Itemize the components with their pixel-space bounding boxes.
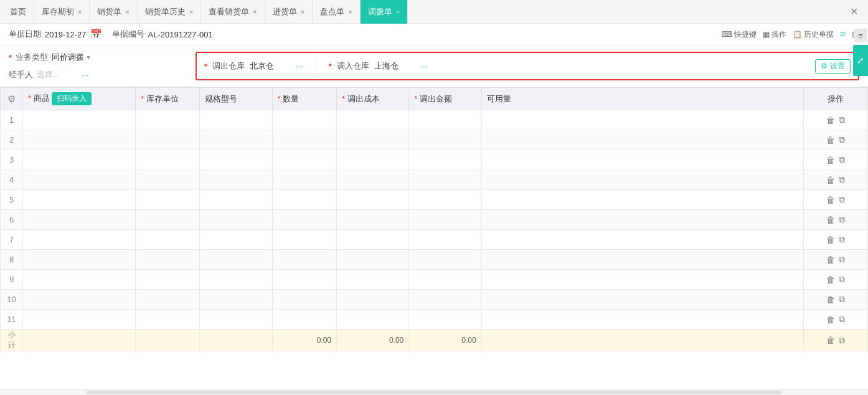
delete-icon[interactable]: 🗑 [826, 315, 835, 325]
row-amount[interactable] [409, 290, 481, 310]
row-unit[interactable] [135, 230, 199, 250]
row-available[interactable] [481, 130, 803, 150]
row-unit[interactable] [135, 190, 199, 210]
tab-inventory-check[interactable]: 盘点单 × [313, 0, 360, 24]
row-amount[interactable] [409, 170, 481, 190]
row-spec[interactable] [200, 210, 272, 230]
row-qty[interactable] [272, 290, 336, 310]
tab-inventory-init[interactable]: 库存期初 × [34, 0, 90, 24]
row-spec[interactable] [200, 130, 272, 150]
row-product[interactable] [23, 250, 136, 270]
copy-icon[interactable]: ⧉ [839, 194, 845, 205]
row-available[interactable] [481, 170, 803, 190]
delete-icon[interactable]: 🗑 [826, 215, 835, 225]
delete-icon[interactable]: 🗑 [826, 235, 835, 245]
row-unit[interactable] [135, 130, 199, 150]
row-available[interactable] [481, 290, 803, 310]
row-unit[interactable] [135, 210, 199, 230]
row-unit[interactable] [135, 150, 199, 170]
delete-icon[interactable]: 🗑 [826, 295, 835, 305]
row-product[interactable] [23, 170, 136, 190]
tab-inventory-check-close[interactable]: × [348, 8, 352, 16]
tab-sales-order[interactable]: 销货单 × [90, 0, 137, 24]
row-spec[interactable] [200, 290, 272, 310]
tab-view-sales-close[interactable]: × [253, 8, 257, 16]
tab-transfer-order[interactable]: 调拨单 × [361, 0, 408, 24]
row-spec[interactable] [200, 230, 272, 250]
row-amount[interactable] [409, 110, 481, 130]
row-qty[interactable] [272, 250, 336, 270]
row-spec[interactable] [200, 250, 272, 270]
row-amount[interactable] [409, 270, 481, 290]
row-cost[interactable] [336, 310, 408, 330]
transfer-in-more-icon[interactable]: ··· [420, 61, 428, 71]
copy-icon[interactable]: ⧉ [839, 214, 845, 225]
row-cost[interactable] [336, 290, 408, 310]
row-cost[interactable] [336, 210, 408, 230]
row-amount[interactable] [409, 130, 481, 150]
delete-icon[interactable]: 🗑 [826, 155, 835, 165]
row-qty[interactable] [272, 110, 336, 130]
row-amount[interactable] [409, 150, 481, 170]
row-available[interactable] [481, 150, 803, 170]
row-available[interactable] [481, 230, 803, 250]
tab-inventory-init-close[interactable]: × [78, 8, 82, 16]
row-qty[interactable] [272, 190, 336, 210]
row-qty[interactable] [272, 170, 336, 190]
handler-placeholder[interactable]: 选择... [37, 69, 74, 80]
row-available[interactable] [481, 270, 803, 290]
row-spec[interactable] [200, 150, 272, 170]
row-product[interactable] [23, 210, 136, 230]
operations-button[interactable]: ▦ 操作 [763, 29, 786, 40]
settings-button[interactable]: ⚙ 设置 [815, 59, 851, 74]
row-spec[interactable] [200, 170, 272, 190]
row-product[interactable] [23, 130, 136, 150]
row-product[interactable] [23, 190, 136, 210]
row-qty[interactable] [272, 230, 336, 250]
copy-icon[interactable]: ⧉ [839, 254, 845, 265]
row-cost[interactable] [336, 270, 408, 290]
row-amount[interactable] [409, 230, 481, 250]
delete-icon[interactable]: 🗑 [826, 255, 835, 265]
row-available[interactable] [481, 310, 803, 330]
copy-icon[interactable]: ⧉ [839, 234, 845, 245]
copy-icon[interactable]: ⧉ [839, 314, 845, 325]
row-unit[interactable] [135, 310, 199, 330]
row-qty[interactable] [272, 130, 336, 150]
shortcuts-button[interactable]: ⌨ 快捷键 [722, 29, 757, 40]
row-spec[interactable] [200, 310, 272, 330]
tab-purchase-order[interactable]: 进货单 × [265, 0, 313, 24]
tab-purchase-order-close[interactable]: × [301, 8, 304, 16]
calendar-icon[interactable]: 📅 [90, 29, 102, 40]
row-qty[interactable] [272, 310, 336, 330]
window-close-button[interactable]: ✕ [842, 0, 866, 24]
delete-icon[interactable]: 🗑 [826, 175, 835, 185]
row-qty[interactable] [272, 210, 336, 230]
row-available[interactable] [481, 210, 803, 230]
row-available[interactable] [481, 110, 803, 130]
tab-view-sales[interactable]: 查看销货单 × [201, 0, 265, 24]
row-product[interactable] [23, 230, 136, 250]
subtotal-copy-icon[interactable]: ⧉ [839, 335, 845, 346]
copy-icon[interactable]: ⧉ [839, 115, 845, 125]
tab-sales-history-close[interactable]: × [189, 8, 193, 16]
row-amount[interactable] [409, 210, 481, 230]
tab-transfer-order-close[interactable]: × [396, 8, 400, 16]
business-type-dropdown[interactable]: 同价调拨 ▾ [52, 52, 90, 63]
row-product[interactable] [23, 290, 136, 310]
handler-more-icon[interactable]: ··· [82, 70, 89, 80]
row-qty[interactable] [272, 270, 336, 290]
row-available[interactable] [481, 250, 803, 270]
delete-icon[interactable]: 🗑 [826, 195, 835, 205]
transfer-out-more-icon[interactable]: ··· [296, 61, 303, 71]
copy-icon[interactable]: ⧉ [839, 155, 845, 165]
copy-icon[interactable]: ⧉ [839, 135, 845, 145]
row-amount[interactable] [409, 310, 481, 330]
horizontal-scrollbar[interactable] [0, 389, 868, 395]
row-unit[interactable] [135, 110, 199, 130]
row-product[interactable] [23, 270, 136, 290]
row-unit[interactable] [135, 270, 199, 290]
sidebar-list-button[interactable]: ≡ [854, 29, 867, 42]
row-product[interactable] [23, 110, 136, 130]
row-unit[interactable] [135, 290, 199, 310]
